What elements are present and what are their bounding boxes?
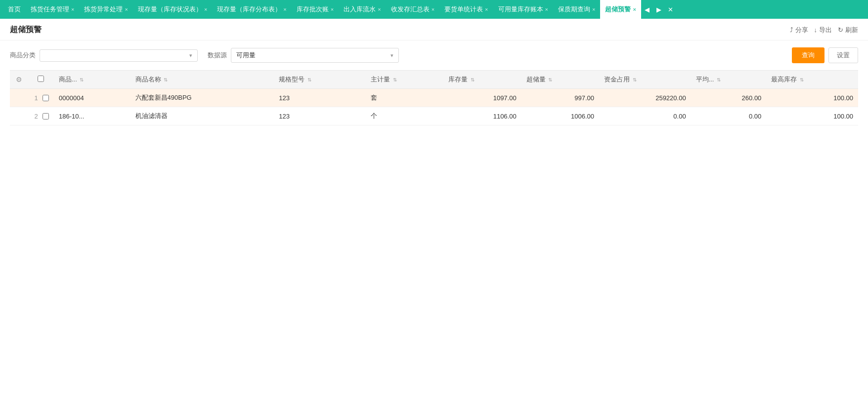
cell-product-name-0: 六配套新昌490BPG (130, 89, 274, 107)
nav-close-stock-status[interactable]: × (204, 6, 207, 12)
col-product-name[interactable]: 商品名称 ⇅ (130, 71, 274, 89)
filter-product-category: 商品分类 ▾ (10, 49, 198, 62)
col-spec[interactable]: 规格型号 ⇅ (274, 71, 366, 89)
nav-item-home[interactable]: 首页 (3, 0, 26, 19)
cell-stock-0: 1097.00 (443, 89, 521, 107)
filter-area: 商品分类 ▾ 数据源 可用量 ▾ 查询 设置 (0, 40, 868, 70)
nav-item-exception[interactable]: 拣货异常处理 × (79, 0, 132, 19)
nav-item-demand[interactable]: 要货单统计表 × (439, 0, 493, 19)
row-gear-0 (10, 89, 28, 107)
cell-spec-0: 123 (274, 89, 366, 107)
col-gear: ⚙ (10, 71, 28, 89)
nav-close-available[interactable]: × (545, 6, 548, 12)
sort-icon-unit: ⇅ (393, 77, 397, 82)
nav-arrow-close-all[interactable]: ✕ (665, 0, 677, 19)
chevron-down-icon-2: ▾ (391, 52, 393, 59)
cell-product-code-1: 186-10... (54, 107, 130, 125)
nav-item-available[interactable]: 可用量库存账本 × (493, 0, 553, 19)
nav-close-stock-dist[interactable]: × (283, 6, 286, 12)
row-checkbox-0[interactable] (43, 95, 49, 101)
filter-data-source: 数据源 可用量 ▾ (208, 48, 399, 63)
cell-over-stock-0: 997.00 (521, 89, 599, 107)
nav-item-stock-status[interactable]: 现存量（库存状况表） × (133, 0, 212, 19)
cell-over-stock-1: 1006.00 (521, 107, 599, 125)
cell-capital-1: 0.00 (599, 107, 691, 125)
chevron-down-icon: ▾ (189, 52, 192, 59)
row-num-1: 2 (28, 107, 54, 125)
col-stock[interactable]: 库存量 ⇅ (443, 71, 521, 89)
nav-item-batch[interactable]: 库存批次账 × (292, 0, 339, 19)
sort-icon-stock: ⇅ (471, 77, 475, 82)
refresh-icon: ↻ (838, 26, 843, 34)
row-checkbox-1[interactable] (43, 113, 49, 119)
nav-item-quality[interactable]: 保质期查询 × (553, 0, 600, 19)
product-category-select[interactable]: ▾ (40, 49, 198, 62)
sort-icon-over: ⇅ (548, 77, 552, 82)
sort-icon-name: ⇅ (164, 77, 168, 82)
query-button[interactable]: 查询 (792, 47, 825, 63)
page-title: 超储预警 (10, 25, 42, 35)
col-over-stock[interactable]: 超储量 ⇅ (521, 71, 599, 89)
nav-arrow-right[interactable]: ▶ (653, 0, 665, 19)
settings-icon[interactable]: ⚙ (16, 76, 22, 83)
nav-close-inout[interactable]: × (378, 6, 381, 12)
cell-unit-0: 套 (366, 89, 443, 107)
col-unit[interactable]: 主计量 ⇅ (366, 71, 443, 89)
header-actions: ⤴ 分享 ↓ 导出 ↻ 刷新 (790, 26, 859, 35)
select-all-checkbox[interactable] (38, 76, 44, 82)
cell-avg-0: 260.00 (691, 89, 767, 107)
nav-close-task[interactable]: × (71, 6, 74, 12)
col-product-code[interactable]: 商品... ⇅ (54, 71, 130, 89)
table-header-row: ⚙ 商品... ⇅ 商品名称 ⇅ 规格型号 ⇅ 主计量 (10, 71, 858, 89)
setting-button[interactable]: 设置 (828, 47, 858, 63)
cell-max-stock-0: 100.00 (766, 89, 858, 107)
table-wrapper: ⚙ 商品... ⇅ 商品名称 ⇅ 规格型号 ⇅ 主计量 (0, 70, 868, 125)
share-icon: ⤴ (790, 26, 793, 34)
nav-arrow-left[interactable]: ◀ (641, 0, 653, 19)
cell-product-code-0: 0000004 (54, 89, 130, 107)
sort-icon-capital: ⇅ (633, 77, 637, 82)
col-checkbox-header (28, 71, 54, 89)
share-button[interactable]: ⤴ 分享 (790, 26, 808, 35)
table-row: 1 0000004 六配套新昌490BPG 123 套 1097.00 997.… (10, 89, 858, 107)
data-source-label: 数据源 (208, 51, 227, 60)
col-avg[interactable]: 平均... ⇅ (691, 71, 767, 89)
nav-close-overstock[interactable]: × (633, 6, 636, 12)
nav-close-demand[interactable]: × (485, 6, 488, 12)
export-button[interactable]: ↓ 导出 (814, 26, 832, 35)
nav-item-inout[interactable]: 出入库流水 × (339, 0, 386, 19)
cell-avg-1: 0.00 (691, 107, 767, 125)
nav-item-task[interactable]: 拣货任务管理 × (26, 0, 79, 19)
nav-item-stock-dist[interactable]: 现存量（库存分布表） × (212, 0, 291, 19)
page-header: 超储预警 ⤴ 分享 ↓ 导出 ↻ 刷新 (0, 19, 868, 40)
nav-close-summary[interactable]: × (432, 6, 434, 12)
col-capital[interactable]: 资金占用 ⇅ (599, 71, 691, 89)
product-category-label: 商品分类 (10, 51, 36, 60)
cell-product-name-1: 机油滤清器 (130, 107, 274, 125)
table-row: 2 186-10... 机油滤清器 123 个 1106.00 1006.00 … (10, 107, 858, 125)
sort-icon-avg: ⇅ (717, 77, 721, 82)
top-nav: 首页 拣货任务管理 × 拣货异常处理 × 现存量（库存状况表） × 现存量（库存… (0, 0, 868, 19)
nav-item-summary[interactable]: 收发存汇总表 × (386, 0, 439, 19)
nav-close-exception[interactable]: × (125, 6, 128, 12)
cell-unit-1: 个 (366, 107, 443, 125)
cell-spec-1: 123 (274, 107, 366, 125)
cell-capital-0: 259220.00 (599, 89, 691, 107)
sort-icon-max: ⇅ (800, 77, 804, 82)
export-icon: ↓ (814, 26, 818, 34)
nav-close-quality[interactable]: × (592, 6, 595, 12)
nav-close-batch[interactable]: × (331, 6, 334, 12)
cell-max-stock-1: 100.00 (766, 107, 858, 125)
data-source-select[interactable]: 可用量 ▾ (231, 48, 399, 63)
nav-item-overstock[interactable]: 超储预警 × (600, 0, 641, 19)
cell-stock-1: 1106.00 (443, 107, 521, 125)
col-max-stock[interactable]: 最高库存 ⇅ (766, 71, 858, 89)
sort-icon-code: ⇅ (80, 77, 84, 82)
filter-buttons: 查询 设置 (792, 47, 858, 63)
data-table: ⚙ 商品... ⇅ 商品名称 ⇅ 规格型号 ⇅ 主计量 (10, 70, 858, 125)
sort-icon-spec: ⇅ (307, 77, 311, 82)
row-num-0: 1 (28, 89, 54, 107)
row-gear-1 (10, 107, 28, 125)
refresh-button[interactable]: ↻ 刷新 (838, 26, 858, 35)
